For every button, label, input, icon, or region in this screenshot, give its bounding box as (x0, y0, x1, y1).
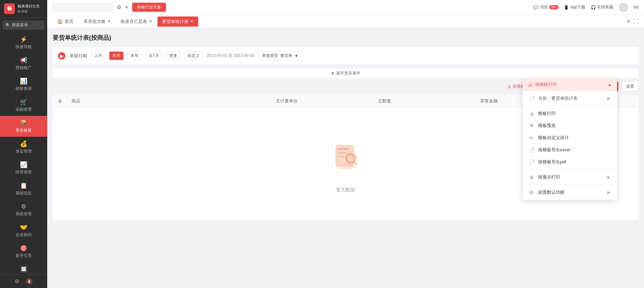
sidebar-item-label: 采购管理 (16, 107, 32, 113)
expand-tab-btn[interactable]: ⛶ (633, 19, 639, 25)
search-icon: 🔍 (5, 23, 10, 28)
gear-icon[interactable]: ⚙ (117, 4, 121, 10)
topbar-search-input[interactable] (53, 3, 113, 11)
headset-icon: 🎧 (591, 5, 596, 10)
online-support-label: 在线客服 (597, 4, 613, 10)
topbar-right: 💬 消息 99+ 📱 App下载 🎧 在线客服 Rit (533, 3, 639, 12)
print-dropdown-menu: 🖨 按模板打印 ▲ 📄 当前：要货单统计表 ▶ 🖨 模板打印 👁 (523, 78, 617, 200)
tab-receipt-summary-close[interactable]: ✕ (149, 19, 152, 24)
prev-month-btn[interactable]: 上月 (91, 52, 105, 60)
logo-sub: 标准版 (18, 9, 40, 14)
sidebar-item-purchase[interactable]: 🛒 采购管理 (0, 95, 47, 116)
svg-rect-2 (338, 148, 349, 150)
online-support-btn[interactable]: 🎧 在线客服 (591, 4, 613, 10)
template-preview-icon: 👁 (529, 123, 535, 128)
sidebar-item-quick-nav[interactable]: ⚡ 快捷导航 (0, 32, 47, 53)
experience-industry-btn[interactable]: 体验行业方案 (132, 3, 166, 12)
current-year-btn[interactable]: 本年 (127, 52, 142, 60)
current-month-btn[interactable]: 本月 (109, 52, 123, 60)
sidebar-item-label: 经营管理 (16, 169, 32, 175)
settings-col-icon[interactable]: ⚙ (58, 99, 62, 104)
type-value: 要货单 (280, 53, 292, 59)
col-unit: 主计量单位 (276, 98, 378, 104)
type-select[interactable]: 单据类型 要货单 ▼ (258, 51, 302, 60)
export-pdf-icon: 📄 (529, 159, 535, 165)
sidebar-item-marketing[interactable]: 📢 营销推广 (0, 53, 47, 74)
sidebar-item-app-center[interactable]: 🔲 应用中心 (0, 262, 47, 275)
sidebar-item-guide[interactable]: 🎯 新手引导 (0, 241, 47, 262)
filter-expand-btn[interactable]: ▶ (58, 52, 65, 60)
mute-icon[interactable]: 🔇 (26, 278, 33, 285)
type-label: 单据类型 (262, 53, 278, 59)
logo: 畅 畅康通好生意 标准版 (0, 0, 47, 18)
sidebar-item-collab[interactable]: 🤝 企业协同 (0, 220, 47, 241)
sidebar-item-base-info[interactable]: 📋 基础信息 (0, 179, 47, 199)
dropdown-current-template[interactable]: 📄 当前：要货单统计表 ▶ (523, 92, 617, 104)
dropdown-set-default[interactable]: ⚙ 设置默认功能 ▶ (523, 186, 617, 198)
inventory-icon: 📦 (20, 119, 27, 127)
sidebar-item-label: 企业协同 (16, 232, 32, 238)
sidebar-item-operations[interactable]: 📈 经营管理 (0, 158, 47, 179)
tab-home[interactable]: 🏠 首页 (53, 17, 78, 27)
tabs-bar: 🏠 首页 库存批次账 ✕ 收发存汇总表 ✕ 要货单统计表 ✕ ✕ ⛶ (47, 15, 644, 28)
date-label: 单据日期 (69, 53, 87, 59)
current-template-icon: 📄 (529, 96, 535, 101)
svg-rect-4 (338, 156, 344, 157)
sidebar-item-label: 资金管理 (16, 149, 32, 154)
export-pdf-label: 按模板导出pdf (538, 159, 610, 165)
dropdown-template-export-pdf[interactable]: 📄 按模板导出pdf (523, 156, 617, 168)
expand-more-btn[interactable]: ▼ 展开更多条件 (331, 70, 360, 76)
chevron-down-icon: ▼ (331, 71, 335, 76)
tab-home-label: 首页 (65, 19, 74, 25)
current-template-label: 当前：要货单统计表 (538, 95, 604, 101)
close-tab-btn[interactable]: ✕ (626, 18, 631, 25)
template-custom-label: 模板自定义设计 (538, 135, 610, 141)
dropdown-template-preview[interactable]: 👁 模板预览 (523, 120, 617, 132)
app-download-btn[interactable]: 📱 App下载 (564, 4, 585, 10)
export-excel-label: 按模板导出excel (538, 147, 610, 153)
custom-date-btn[interactable]: 自定义 (184, 52, 203, 60)
tab-receipt-summary[interactable]: 收发存汇总表 ✕ (116, 17, 157, 27)
tab-receipt-summary-label: 收发存汇总表 (121, 19, 147, 25)
dropdown-display-print[interactable]: 🖥 按显示打印 ▶ (523, 171, 617, 183)
last-7-days-btn[interactable]: 近7天 (146, 52, 162, 60)
dropdown-collapse-btn[interactable]: ▲ (608, 82, 612, 87)
date-range-display: 2023-06-01 至 2023-06-30 (207, 53, 254, 59)
display-print-icon: 🖥 (529, 174, 535, 180)
nav-menu: ⚡ 快捷导航 📢 营销推广 📊 销售管理 🛒 采购管理 📦 库存核算 💰 资金管… (0, 32, 47, 275)
settings-bottom-icon[interactable]: ⚙ (14, 278, 19, 285)
sidebar-item-sales[interactable]: 📊 销售管理 (0, 74, 47, 95)
template-print-label: 模板打印 (538, 110, 610, 117)
chevron-down-icon: ▼ (294, 54, 298, 58)
more-date-btn[interactable]: 更多 (166, 52, 180, 60)
sidebar-item-label: 基础信息 (16, 190, 32, 196)
dropdown-current-section: 📄 当前：要货单统计表 ▶ (523, 91, 617, 106)
tab-inventory-batch[interactable]: 库存批次账 ✕ (79, 17, 115, 27)
dropdown-arrow-icon[interactable]: ▼ (125, 5, 129, 10)
search-menu-btn[interactable]: 🔍 搜索菜单 (3, 21, 45, 30)
dropdown-template-custom[interactable]: ✏ 模板自定义设计 (523, 132, 617, 144)
col-product: 商品 (71, 98, 276, 104)
marketing-icon: 📢 (20, 57, 27, 64)
sidebar-item-finance[interactable]: 💰 资金管理 (0, 137, 47, 158)
set-default-icon: ⚙ (529, 190, 535, 195)
avatar[interactable] (619, 3, 628, 12)
settings-btn[interactable]: 设置 (622, 82, 639, 91)
topbar-left: ⚙ ▼ 体验行业方案 (53, 3, 166, 12)
message-btn[interactable]: 💬 消息 99+ (533, 4, 558, 10)
sidebar-item-label: 新手引导 (16, 253, 32, 259)
template-custom-icon: ✏ (529, 135, 535, 140)
message-label: 消息 (540, 4, 548, 10)
tab-order-stats[interactable]: 要货单统计表 ✕ (157, 17, 198, 27)
logo-text-block: 畅康通好生意 标准版 (18, 4, 40, 13)
tab-inventory-batch-close[interactable]: ✕ (108, 19, 111, 24)
dropdown-template-export-excel[interactable]: 📄 按模板导出excel (523, 144, 617, 156)
dropdown-template-print[interactable]: 🖨 模板打印 (523, 107, 617, 120)
tab-order-stats-close[interactable]: ✕ (191, 19, 194, 24)
empty-text: 暂无数据 (336, 187, 355, 193)
home-icon: 🏠 (57, 19, 63, 24)
sidebar-item-inventory[interactable]: 📦 库存核算 (0, 116, 47, 137)
user-name: Rit (634, 5, 639, 10)
topbar: ⚙ ▼ 体验行业方案 💬 消息 99+ 📱 App下载 🎧 在线客服 Rit (47, 0, 644, 15)
sidebar-item-system[interactable]: ⚙ 系统管理 (0, 199, 47, 220)
